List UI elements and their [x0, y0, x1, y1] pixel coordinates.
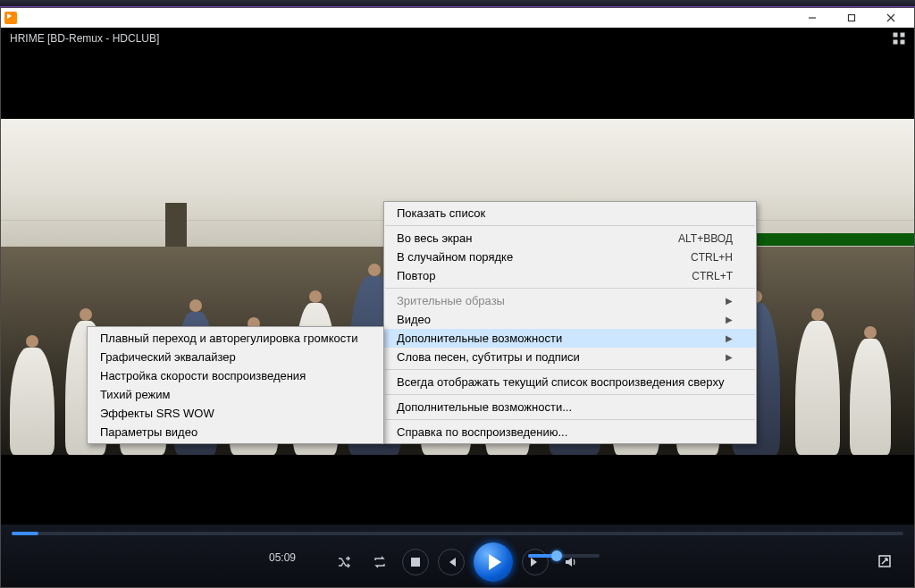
minimize-button[interactable] [793, 8, 832, 28]
context-menu-main: Показать списокВо весь экранALT+ВВОДВ сл… [383, 201, 757, 444]
context-menu-item-label: Повтор [397, 269, 656, 282]
context-menu-item[interactable]: Видео▶ [384, 310, 756, 329]
context-menu-submenu: Плавный переход и авторегулировка громко… [87, 326, 384, 444]
submenu-arrow-icon: ▶ [717, 296, 733, 306]
context-submenu-item-label: Тихий режим [100, 388, 360, 401]
context-menu-item: Зрительные образы▶ [384, 291, 756, 310]
context-menu-shortcut: ALT+ВВОД [642, 232, 733, 245]
transport-controls: 05:09 [1, 525, 914, 587]
context-submenu-item-label: Настройка скорости воспроизведения [100, 369, 360, 382]
elapsed-time: 05:09 [269, 551, 296, 564]
svg-rect-2 [901, 33, 904, 37]
context-menu-item[interactable]: Дополнительные возможности... [384, 398, 756, 416]
context-menu-item[interactable]: Всегда отображать текущий список воспрои… [384, 373, 756, 391]
media-title: HRIME [BD-Remux - HDCLUB] [10, 32, 159, 45]
submenu-arrow-icon: ▶ [717, 333, 733, 343]
context-submenu-item-label: Параметры видео [100, 425, 360, 439]
context-menu-item[interactable]: Дополнительные возможности▶ [384, 329, 756, 348]
context-menu-item[interactable]: В случайном порядкеCTRL+H [384, 248, 756, 266]
context-menu-item[interactable]: ПовторCTRL+T [384, 266, 756, 285]
context-submenu-item[interactable]: Плавный переход и авторегулировка громко… [88, 329, 383, 348]
context-menu-item-label: Справка по воспроизведению... [397, 425, 733, 439]
context-menu-item-label: Дополнительные возможности... [397, 400, 733, 414]
context-submenu-item[interactable]: Графический эквалайзер [88, 348, 383, 366]
play-button[interactable] [474, 542, 513, 582]
wmp-window: HRIME [BD-Remux - HDCLUB] [0, 7, 915, 588]
svg-rect-4 [901, 40, 904, 44]
context-menu-item-label: Во весь экран [397, 231, 642, 245]
context-menu-shortcut: CTRL+T [656, 270, 733, 282]
submenu-arrow-icon: ▶ [717, 352, 733, 362]
context-menu-item-label: Зрительные образы [397, 294, 717, 307]
context-menu-item[interactable]: Слова песен, субтитры и подписи▶ [384, 348, 756, 366]
now-playing-bar: HRIME [BD-Remux - HDCLUB] [1, 28, 914, 49]
svg-rect-1 [894, 33, 897, 37]
context-menu-item[interactable]: Справка по воспроизведению... [384, 423, 756, 441]
mute-button[interactable] [558, 549, 584, 575]
seek-progress [12, 532, 38, 535]
parent-window-strip [0, 0, 915, 7]
stop-button[interactable] [402, 549, 429, 575]
switch-to-library-icon[interactable] [893, 32, 905, 45]
svg-rect-3 [894, 40, 897, 44]
svg-rect-0 [849, 14, 855, 21]
close-button[interactable] [871, 8, 911, 28]
context-menu-item[interactable]: Во весь экранALT+ВВОД [384, 229, 756, 248]
context-submenu-item[interactable]: Настройка скорости воспроизведения [88, 366, 383, 385]
context-menu-item-label: Всегда отображать текущий список воспрои… [397, 375, 733, 389]
context-menu-separator [385, 225, 755, 226]
context-menu-separator [385, 288, 755, 289]
titlebar [1, 8, 914, 28]
context-menu-separator [385, 369, 755, 370]
context-menu-separator [385, 419, 755, 420]
previous-button[interactable] [438, 549, 465, 575]
volume-control [528, 554, 600, 558]
context-submenu-item[interactable]: Параметры видео [88, 423, 383, 441]
next-button[interactable] [522, 549, 549, 575]
context-submenu-item-label: Графический эквалайзер [100, 350, 360, 364]
context-menu-item-label: Показать список [397, 206, 733, 220]
seek-bar[interactable] [12, 532, 903, 535]
context-submenu-item[interactable]: Тихий режим [88, 385, 383, 404]
fullscreen-button[interactable] [875, 551, 894, 571]
repeat-button[interactable] [366, 549, 393, 575]
context-submenu-item-label: Эффекты SRS WOW [100, 407, 360, 420]
shuffle-button[interactable] [331, 549, 357, 575]
context-submenu-item[interactable]: Эффекты SRS WOW [88, 404, 383, 423]
context-menu-item-label: Видео [397, 313, 717, 326]
maximize-button[interactable] [832, 8, 871, 28]
submenu-arrow-icon: ▶ [717, 315, 733, 324]
player-area: HRIME [BD-Remux - HDCLUB] [1, 28, 914, 587]
context-menu-item[interactable]: Показать список [384, 204, 756, 223]
context-menu-shortcut: CTRL+H [655, 251, 733, 264]
context-menu-item-label: В случайном порядке [397, 250, 655, 264]
context-menu-separator [385, 394, 755, 395]
context-menu-item-label: Слова песен, субтитры и подписи [397, 350, 717, 364]
context-menu-item-label: Дополнительные возможности [397, 332, 717, 345]
wmp-app-icon [4, 12, 17, 24]
context-submenu-item-label: Плавный переход и авторегулировка громко… [100, 332, 360, 345]
volume-slider[interactable] [528, 554, 600, 558]
